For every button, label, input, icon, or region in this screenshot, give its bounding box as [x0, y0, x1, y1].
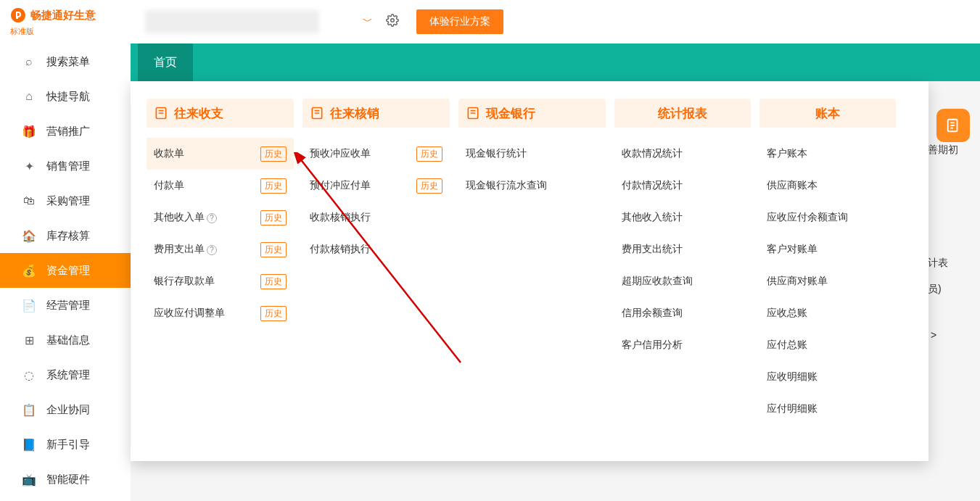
nav-icon: 📺: [22, 472, 36, 486]
nav-label: 新手引导: [46, 438, 90, 452]
mega-col-4: 账本客户账本供应商账本应收应付余额查询客户对账单供应商对账单应收总账应付总账应收…: [755, 99, 900, 425]
mega-item[interactable]: 收款单历史: [147, 138, 294, 170]
mega-item-label: 应收应付调整单: [154, 307, 225, 320]
mega-item-label: 付款核销执行: [310, 243, 371, 256]
nav-item-9[interactable]: ◌系统管理: [0, 357, 131, 392]
chevron-down-icon[interactable]: ﹀: [363, 15, 373, 28]
mega-item-label: 预付冲应付单: [310, 179, 371, 192]
mega-col-1: 往来核销预收冲应收单历史预付冲应付单历史收款核销执行付款核销执行: [298, 99, 454, 425]
nav-label: 快捷导航: [46, 90, 90, 104]
mega-item[interactable]: 付款情况统计: [614, 170, 751, 202]
mega-item-label: 收款单: [154, 147, 184, 160]
history-badge[interactable]: 历史: [260, 210, 287, 225]
nav-item-7[interactable]: 📄经营管理: [0, 288, 131, 323]
nav-item-0[interactable]: ⌕搜索菜单: [0, 44, 131, 79]
history-badge[interactable]: 历史: [416, 178, 442, 194]
nav-icon: ⌂: [22, 89, 36, 104]
mega-item-label: 供应商账本: [767, 179, 818, 192]
mega-item[interactable]: 费用支出统计: [614, 233, 751, 265]
mega-item[interactable]: 付款单历史: [147, 170, 294, 202]
nav-item-5[interactable]: 🏠库存核算: [0, 218, 131, 253]
history-badge[interactable]: 历史: [260, 242, 287, 257]
nav-item-8[interactable]: ⊞基础信息: [0, 323, 131, 357]
mega-item[interactable]: 客户账本: [759, 138, 896, 170]
logo-icon: [9, 6, 28, 25]
mega-item[interactable]: 信用余额查询: [614, 297, 751, 329]
mega-item[interactable]: 银行存取款单历史: [147, 265, 294, 297]
nav-item-3[interactable]: ✦销售管理: [0, 149, 131, 183]
history-badge[interactable]: 历史: [416, 146, 442, 162]
nav-item-12[interactable]: 📺智能硬件: [0, 462, 131, 497]
mega-item[interactable]: 应收明细账: [759, 361, 896, 393]
nav-icon: ⌕: [22, 54, 36, 69]
mega-item[interactable]: 预付冲应付单历史: [302, 170, 450, 202]
nav-icon: ◌: [22, 368, 36, 382]
mega-item[interactable]: 其他收入统计: [614, 202, 751, 233]
try-plan-button[interactable]: 体验行业方案: [416, 9, 503, 34]
mega-col-header: 往来核销: [302, 99, 450, 128]
nav-item-1[interactable]: ⌂快捷导航: [0, 79, 131, 114]
nav-item-4[interactable]: 🛍采购管理: [0, 183, 131, 218]
nav-label: 基础信息: [46, 334, 90, 347]
mega-item-label: 收款核销执行: [310, 211, 371, 224]
history-badge[interactable]: 历史: [260, 306, 287, 321]
nav-label: 营销推广: [46, 125, 90, 138]
nav-item-2[interactable]: 🎁营销推广: [0, 114, 131, 149]
nav-label: 库存核算: [46, 229, 90, 243]
mega-item[interactable]: 应收应付余额查询: [759, 202, 896, 233]
mega-item[interactable]: 供应商账本: [759, 170, 896, 202]
help-icon[interactable]: ?: [207, 213, 217, 223]
logo-sub: 标准版: [10, 26, 131, 37]
nav-icon: 🏠: [22, 228, 36, 243]
nav-icon: ✦: [22, 159, 36, 173]
mega-item[interactable]: 客户信用分析: [614, 329, 751, 361]
mega-col-header: 往来收支: [147, 99, 294, 128]
mega-col-title: 往来核销: [330, 105, 379, 122]
mega-item[interactable]: 客户对账单: [759, 233, 896, 265]
tabbar: 首页: [131, 44, 980, 81]
mega-item-label: 供应商对账单: [767, 275, 828, 288]
mega-item[interactable]: 付款核销执行: [302, 233, 450, 265]
nav-item-11[interactable]: 📘新手引导: [0, 427, 131, 462]
mega-item-label: 现金银行流水查询: [466, 179, 547, 192]
nav-icon: 🛍: [22, 194, 36, 208]
history-badge[interactable]: 历史: [260, 178, 287, 194]
mega-item[interactable]: 应收总账: [759, 297, 896, 329]
mega-item-label: 其他收入单?: [154, 211, 217, 224]
mega-item[interactable]: 收款核销执行: [302, 202, 450, 233]
mega-item-label: 应付总账: [767, 339, 807, 352]
mega-item[interactable]: 应付总账: [759, 329, 896, 361]
nav-label: 经营管理: [46, 299, 90, 312]
nav-item-10[interactable]: 📋企业协同: [0, 392, 131, 427]
mega-item[interactable]: 应付明细账: [759, 393, 896, 425]
mega-item[interactable]: 应收应付调整单历史: [147, 297, 294, 329]
gear-icon[interactable]: [386, 14, 399, 30]
mega-item-label: 银行存取款单: [154, 275, 215, 288]
mega-item[interactable]: 预收冲应收单历史: [302, 138, 450, 170]
nav-icon: 📘: [22, 437, 36, 452]
history-badge[interactable]: 历史: [260, 146, 287, 162]
section-icon: [154, 106, 168, 120]
help-icon[interactable]: ?: [207, 245, 217, 255]
mega-item-label: 应收明细账: [767, 370, 818, 384]
mega-item[interactable]: 其他收入单?历史: [147, 202, 294, 233]
mega-menu: 往来收支收款单历史付款单历史其他收入单?历史费用支出单?历史银行存取款单历史应收…: [131, 81, 928, 461]
nav-icon: 💰: [22, 263, 36, 278]
tab-home[interactable]: 首页: [138, 44, 193, 81]
mega-item-label: 客户信用分析: [622, 339, 683, 352]
mega-item-label: 费用支出单?: [154, 243, 217, 256]
mega-item[interactable]: 费用支出单?历史: [147, 233, 294, 265]
nav-icon: 🎁: [22, 124, 36, 138]
mega-item[interactable]: 供应商对账单: [759, 265, 896, 297]
mega-item[interactable]: 现金银行流水查询: [458, 170, 606, 202]
mega-item[interactable]: 超期应收款查询: [614, 265, 751, 297]
mega-item[interactable]: 收款情况统计: [614, 138, 751, 170]
mega-item[interactable]: 现金银行统计: [458, 138, 606, 170]
org-selector[interactable]: [145, 10, 319, 33]
nav-icon: ⊞: [22, 333, 36, 347]
svg-point-0: [391, 19, 395, 22]
mega-col-header: 账本: [759, 99, 896, 128]
history-badge[interactable]: 历史: [260, 274, 287, 289]
section-icon: [310, 106, 324, 120]
nav-item-6[interactable]: 💰资金管理: [0, 253, 131, 288]
